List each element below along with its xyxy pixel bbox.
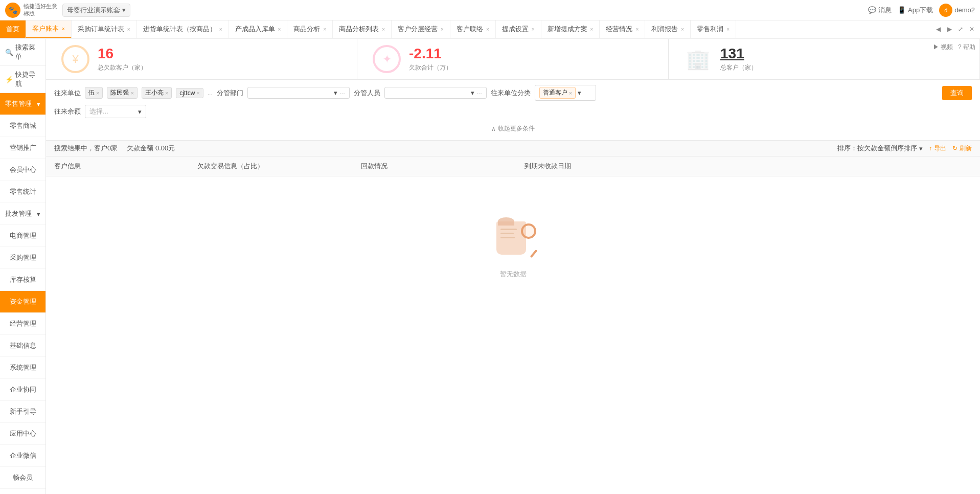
tab-close-all[interactable]: ✕ (967, 24, 977, 34)
stat-customers-number: 131 (720, 46, 757, 62)
close-icon[interactable]: × (323, 27, 326, 32)
tab-home[interactable]: 首页 (0, 20, 26, 38)
close-icon[interactable]: × (590, 27, 594, 32)
sidebar-item-member-center[interactable]: 会员中心 (0, 159, 45, 181)
close-icon[interactable]: × (635, 27, 639, 32)
column-due-date: 到期未收款日期 (516, 156, 980, 176)
amount-select[interactable]: 选择... ▾ (85, 105, 146, 118)
sidebar-item-retail-mgmt[interactable]: 零售管理 ▾ (0, 93, 45, 115)
export-button[interactable]: ↑ 导出 (929, 144, 946, 153)
close-icon[interactable]: × (486, 27, 489, 32)
help-button[interactable]: ? 帮助 (958, 43, 975, 52)
close-icon[interactable]: × (62, 26, 65, 32)
sidebar-item-retail-stats[interactable]: 零售统计 (0, 181, 45, 203)
unit-label: 往来单位 (54, 88, 81, 98)
tab-customer-tier[interactable]: 客户分层经营 × (392, 20, 450, 38)
close-icon[interactable]: × (127, 27, 130, 32)
sidebar-item-inventory[interactable]: 库存核算 (0, 269, 45, 291)
tab-prompt-settings[interactable]: 提成设置 × (496, 20, 541, 38)
tab-prev-arrow[interactable]: ◀ (933, 24, 943, 34)
message-button[interactable]: 💬 消息 (868, 6, 892, 15)
chevron-icon: ▾ (37, 100, 40, 108)
dept-select[interactable]: ▾ ··· (247, 87, 350, 99)
stats-bar: ¥ 16 总欠款客户（家） ✦ -2.11 欠款合计（万） 🏢 131 总客户（… (46, 39, 980, 80)
tab-retail-profit[interactable]: 零售利润 × (691, 20, 736, 38)
sidebar-quicknav[interactable]: ⚡ 快捷导航 (0, 66, 45, 93)
unit-type-label: 往来单位分类 (491, 88, 531, 98)
close-icon[interactable]: × (441, 27, 444, 32)
unit-type-select[interactable]: 普通客户 × ▾ (535, 85, 596, 101)
tab-product-in[interactable]: 产成品入库单 × (229, 20, 288, 38)
remove-tag-cjttcw[interactable]: × (196, 90, 199, 96)
sidebar-item-ops[interactable]: 经营管理 (0, 313, 45, 335)
filter-tag-cjttcw[interactable]: cjttcw × (176, 88, 203, 98)
close-icon[interactable]: × (219, 27, 222, 32)
stat-total-debt: ✦ -2.11 欠款合计（万） (357, 39, 669, 79)
sidebar-item-retail-shop[interactable]: 零售商城 (0, 115, 45, 137)
tab-navigation-arrows: ◀ ▶ ⤢ ✕ (930, 24, 980, 34)
close-icon[interactable]: × (382, 27, 385, 32)
collapse-row: ∧ 收起更多条件 (54, 122, 972, 135)
tab-goods-analysis[interactable]: 商品分析 × (287, 20, 333, 38)
tab-operations[interactable]: 经营情况 × (600, 20, 645, 38)
sidebar-item-app-center[interactable]: 应用中心 (0, 423, 45, 445)
sidebar-item-capital[interactable]: 资金管理 (0, 291, 45, 313)
tab-next-arrow[interactable]: ▶ (944, 24, 954, 34)
refresh-button[interactable]: ↻ 刷新 (952, 144, 972, 153)
sidebar-item-new-guide[interactable]: 新手引导 (0, 401, 45, 423)
chevron-down-icon: ▾ (919, 145, 923, 152)
magnifier-handle (530, 250, 537, 258)
filter-more-tags[interactable]: ... (208, 89, 213, 97)
close-icon[interactable]: × (681, 27, 684, 32)
tab-customer-contact[interactable]: 客户联络 × (450, 20, 496, 38)
export-icon: ↑ (929, 145, 932, 152)
content-area: ¥ 16 总欠款客户（家） ✦ -2.11 欠款合计（万） 🏢 131 总客户（… (46, 39, 980, 494)
person-select[interactable]: ▾ ··· (384, 87, 487, 99)
tab-profit-report[interactable]: 利润报告 × (645, 20, 691, 38)
sidebar-item-basic-info[interactable]: 基础信息 (0, 335, 45, 357)
sidebar-item-enterprise-wechat[interactable]: 企业微信 (0, 445, 45, 467)
filter-tag-wu[interactable]: 伍 × (85, 87, 103, 99)
remove-tag-wu[interactable]: × (96, 90, 99, 96)
filter-tag-chenminqiang[interactable]: 陈民强 × (107, 87, 137, 99)
user-menu[interactable]: d demo2 (939, 4, 975, 17)
close-icon[interactable]: × (278, 27, 281, 32)
mobile-icon: 📱 (898, 6, 906, 14)
stat-debt-number: -2.11 (409, 46, 452, 62)
tab-expand-arrow[interactable]: ⤢ (955, 24, 966, 34)
remove-tag-wang[interactable]: × (165, 90, 168, 96)
stat-customers-label: 总客户（家） (720, 63, 757, 72)
filter-row-1: 往来单位 伍 × 陈民强 × 王小亮 × cjttcw × ... (54, 85, 972, 101)
tab-purchase-stats[interactable]: 进货单统计表（按商品） × (137, 20, 229, 38)
sidebar-item-wholesale[interactable]: 批发管理 ▾ (0, 203, 45, 225)
sidebar-item-marketing[interactable]: 营销推广 (0, 137, 45, 159)
store-selector[interactable]: 母婴行业演示账套 ▾ (62, 4, 130, 17)
filter-tag-normal-customer[interactable]: 普通客户 × (539, 87, 576, 99)
sidebar-item-ecommerce[interactable]: 电商管理 (0, 225, 45, 247)
sidebar-item-sys[interactable]: 系统管理 (0, 357, 45, 379)
video-button[interactable]: ▶ 视频 (933, 43, 953, 52)
close-icon[interactable]: × (726, 27, 730, 32)
sidebar-item-vip-member[interactable]: 畅会员 (0, 467, 45, 489)
remove-tag-normal[interactable]: × (569, 90, 572, 96)
close-icon[interactable]: × (532, 27, 535, 32)
tab-goods-analysis-list[interactable]: 商品分析列表 × (333, 20, 392, 38)
sidebar-item-enterprise-collab[interactable]: 企业协同 (0, 379, 45, 401)
sidebar-search[interactable]: 🔍 搜索菜单 (0, 39, 45, 66)
tab-purchase-orders[interactable]: 采购订单统计表 × (72, 20, 137, 38)
sidebar-item-purchase[interactable]: 采购管理 (0, 247, 45, 269)
amount-label: 往来余额 (54, 107, 81, 116)
sort-label[interactable]: 排序：按欠款金额倒序排序 ▾ (837, 144, 923, 153)
column-customer-info: 客户信息 (46, 156, 189, 176)
main-layout: 🔍 搜索菜单 ⚡ 快捷导航 零售管理 ▾ 零售商城 营销推广 会员中心 零售统计… (0, 39, 980, 494)
chevron-down-icon: ▾ (138, 108, 142, 116)
filter-tag-wangxiaoliang[interactable]: 王小亮 × (142, 87, 172, 99)
chevron-up-icon: ∧ (491, 125, 496, 132)
tab-new-prompt[interactable]: 新增提成方案 × (541, 20, 600, 38)
collapse-button[interactable]: ∧ 收起更多条件 (491, 124, 535, 133)
tab-accounts[interactable]: 客户账本 × (26, 20, 72, 38)
empty-illustration (490, 217, 536, 263)
remove-tag-chen[interactable]: × (130, 90, 133, 96)
app-download-button[interactable]: 📱 App下载 (898, 6, 933, 15)
query-button[interactable]: 查询 (942, 86, 972, 100)
